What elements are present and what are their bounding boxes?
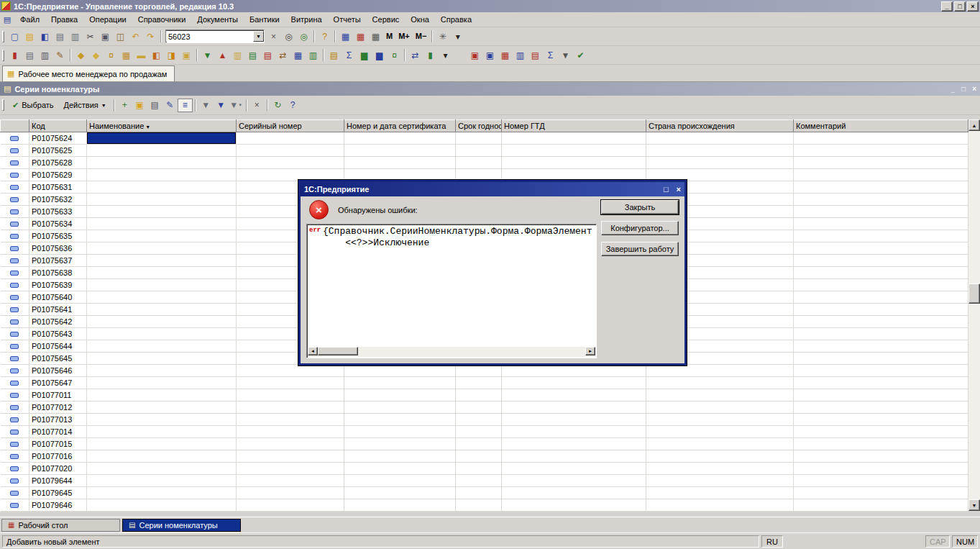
cell[interactable]	[646, 414, 794, 426]
cell-code[interactable]: P01077011	[29, 389, 87, 401]
open-icon[interactable]: ▤	[22, 30, 37, 43]
cell[interactable]	[502, 401, 646, 414]
cell[interactable]	[502, 426, 646, 438]
cell[interactable]	[344, 438, 456, 450]
toolbar-overflow-icon[interactable]: ▾	[450, 30, 465, 43]
toolbar2-overflow-icon[interactable]: ▾	[438, 48, 453, 62]
cell[interactable]	[456, 463, 502, 475]
price-list-icon[interactable]: ▤	[326, 48, 342, 62]
spreadsheet-icon[interactable]: ▦	[338, 30, 353, 43]
column-header-expiry[interactable]: Срок годнос...	[456, 120, 502, 132]
vertical-scrollbar[interactable]: ▲ ▼	[968, 119, 980, 511]
cell[interactable]	[87, 353, 237, 365]
cell[interactable]	[502, 169, 646, 181]
cell-code[interactable]: P01077012	[29, 401, 87, 414]
table-row[interactable]: P01075628	[1, 157, 968, 169]
cell[interactable]	[87, 194, 237, 206]
table-row[interactable]: P01075624	[1, 132, 968, 145]
cell[interactable]	[502, 450, 646, 463]
memory-recall-button[interactable]: M	[383, 30, 395, 43]
cell-code[interactable]: P01079646	[29, 499, 87, 512]
scrollbar-thumb[interactable]	[968, 283, 980, 304]
cell[interactable]	[87, 145, 237, 157]
column-header-icon[interactable]	[1, 120, 29, 132]
dialog-close-button[interactable]: ×	[677, 185, 681, 194]
cell[interactable]	[794, 475, 968, 487]
filter-by-value-icon[interactable]: ▼	[214, 99, 229, 112]
methodology-book-icon[interactable]: ▮	[7, 48, 22, 62]
hierarchy-view-icon[interactable]: ≡	[178, 99, 193, 112]
maximize-button[interactable]: □	[954, 1, 966, 12]
cell[interactable]	[87, 365, 237, 377]
cell[interactable]	[456, 157, 502, 169]
counterparties-icon[interactable]: ◆	[73, 48, 88, 62]
cell[interactable]	[87, 414, 237, 426]
cell[interactable]	[87, 401, 237, 414]
cell[interactable]	[87, 181, 237, 194]
cell[interactable]	[87, 169, 237, 181]
cell[interactable]	[794, 206, 968, 218]
cell[interactable]	[87, 328, 237, 340]
cell-code[interactable]: P01077015	[29, 438, 87, 450]
column-header-gtd[interactable]: Номер ГТД	[502, 120, 646, 132]
quick-print-icon[interactable]: ▤	[22, 48, 37, 62]
crm-calendar-icon[interactable]: ▦	[498, 48, 513, 62]
cell[interactable]	[237, 438, 344, 450]
table-row[interactable]: P01077020	[1, 463, 968, 475]
cell[interactable]	[794, 304, 968, 316]
cell-code[interactable]: P01075628	[29, 157, 87, 169]
table-row[interactable]: P01075647	[1, 377, 968, 389]
cell[interactable]	[646, 499, 794, 512]
column-header-country[interactable]: Страна происхождения	[646, 120, 794, 132]
column-header-serial[interactable]: Серийный номер	[237, 120, 344, 132]
crm-filter-icon[interactable]: ▼	[558, 48, 573, 62]
cell-code[interactable]: P01075629	[29, 169, 87, 181]
cell[interactable]	[794, 267, 968, 279]
cell[interactable]	[794, 499, 968, 512]
column-header-name[interactable]: Наименование ▼	[87, 120, 237, 132]
table-row[interactable]: P01077012	[1, 401, 968, 414]
edit-item-icon[interactable]: ✎	[162, 99, 178, 112]
cell[interactable]	[794, 218, 968, 230]
goods-receipt-icon[interactable]: ▤	[245, 48, 260, 62]
crm-report-icon[interactable]: ▣	[467, 48, 482, 62]
crm-stats-icon[interactable]: Σ	[543, 48, 558, 62]
cell[interactable]	[87, 438, 237, 450]
dialog-horizontal-scrollbar[interactable]: ◄ ►	[308, 347, 595, 357]
scroll-down-icon[interactable]: ▼	[968, 499, 980, 511]
shutdown-button[interactable]: Завершить работу	[601, 242, 679, 256]
cell-code[interactable]: P01077016	[29, 450, 87, 463]
cell[interactable]	[237, 475, 344, 487]
cell-code[interactable]: P01079644	[29, 475, 87, 487]
invoice-icon[interactable]: ▥	[230, 48, 245, 62]
cell[interactable]	[794, 450, 968, 463]
language-indicator[interactable]: RU	[761, 535, 783, 548]
cell[interactable]	[794, 255, 968, 267]
cell[interactable]	[794, 365, 968, 377]
cell[interactable]	[87, 157, 237, 169]
paste-icon[interactable]: ◫	[113, 30, 128, 43]
sales-report-icon[interactable]: ▆	[357, 48, 372, 62]
cell[interactable]	[456, 145, 502, 157]
help-icon[interactable]: ?	[285, 99, 301, 112]
cell[interactable]	[502, 463, 646, 475]
cell-code[interactable]: P01075637	[29, 255, 87, 267]
combo-dropdown-icon[interactable]: ▼	[253, 31, 264, 42]
cell-code[interactable]: P01075643	[29, 328, 87, 340]
cell[interactable]	[456, 401, 502, 414]
cell[interactable]	[502, 389, 646, 401]
minimize-button[interactable]: _	[941, 1, 953, 12]
cell[interactable]	[794, 353, 968, 365]
add-item-icon[interactable]: +	[117, 99, 132, 112]
cell[interactable]	[502, 157, 646, 169]
cell[interactable]	[646, 438, 794, 450]
cell[interactable]	[344, 145, 456, 157]
print-icon[interactable]: ▤	[52, 30, 68, 43]
cell[interactable]	[237, 414, 344, 426]
cell-code[interactable]: P01075636	[29, 242, 87, 255]
memory-add-button[interactable]: M+	[395, 30, 413, 43]
redo-icon[interactable]: ↷	[143, 30, 158, 43]
column-header-comment[interactable]: Комментарий	[794, 120, 968, 132]
cell[interactable]	[502, 365, 646, 377]
purchases-icon[interactable]: ◧	[149, 48, 164, 62]
